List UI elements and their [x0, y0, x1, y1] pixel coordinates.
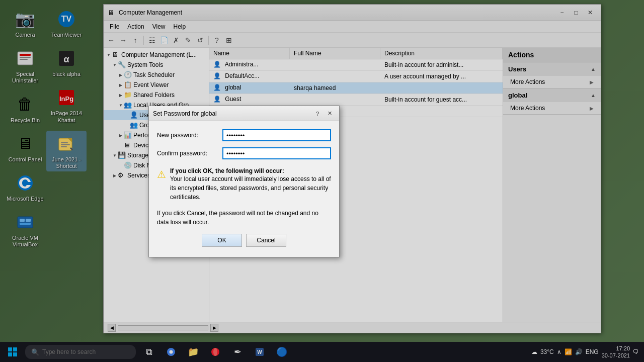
new-password-row: New password:: [157, 129, 331, 141]
dialog-controls: ? ✕: [312, 109, 335, 118]
warning-title: If you click OK, the following will occu…: [170, 167, 331, 174]
warning-box: ⚠ If you click OK, the following will oc…: [157, 165, 331, 204]
cancel-button[interactable]: Cancel: [246, 234, 286, 247]
dialog-close-button[interactable]: ✕: [324, 109, 335, 118]
confirm-password-label: Confirm password:: [157, 150, 222, 157]
warning-content: If you click OK, the following will occu…: [170, 167, 331, 202]
dialog-titlebar[interactable]: Set Password for global ? ✕: [149, 106, 339, 121]
warning-text: Your local user account will immediately…: [170, 174, 331, 202]
set-password-dialog: Set Password for global ? ✕ New password…: [148, 106, 340, 257]
dialog-footer: OK Cancel: [157, 234, 331, 249]
cancel-info-text: If you click Cancel, the password will n…: [157, 209, 331, 227]
ok-button[interactable]: OK: [202, 234, 242, 247]
modal-overlay: Set Password for global ? ✕ New password…: [0, 0, 644, 362]
dialog-help-button[interactable]: ?: [312, 109, 323, 118]
new-password-label: New password:: [157, 132, 222, 139]
dialog-body: New password: Confirm password: ⚠ If you…: [149, 121, 339, 257]
desktop: 📷 Camera Special Uninstaller 🗑 Recycle B…: [0, 0, 644, 362]
dialog-title: Set Password for global: [153, 110, 312, 117]
warning-icon: ⚠: [157, 168, 166, 202]
confirm-password-input[interactable]: [222, 147, 331, 159]
new-password-input[interactable]: [222, 129, 331, 141]
confirm-password-row: Confirm password:: [157, 147, 331, 159]
